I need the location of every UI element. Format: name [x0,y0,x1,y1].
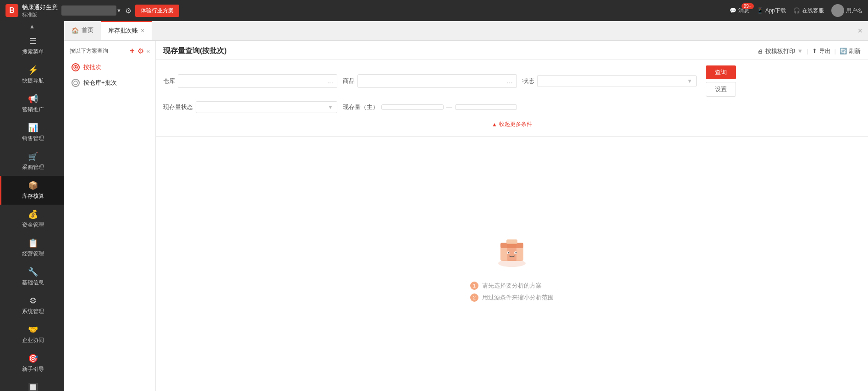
print-dropdown-icon[interactable]: ▼ [797,48,803,54]
warehouse-dots-icon[interactable]: ... [327,77,333,85]
filter-goods: 商品 ... [343,74,517,88]
apps-icon: 🔲 [28,382,38,391]
separator2: | [835,48,836,54]
status-select[interactable]: ▼ [537,75,697,87]
topbar-dropdown-icon[interactable]: ▼ [116,8,121,13]
sidebar-item-enterprise[interactable]: 🤝 企业协同 [0,320,64,349]
sidebar-label-finance: 资金管理 [22,221,44,229]
sidebar-item-quick-nav[interactable]: ⚡ 快捷导航 [0,60,64,89]
system-icon: ⚙ [29,296,37,306]
export-label: 导出 [819,47,831,55]
svg-rect-7 [506,239,517,244]
add-scheme-icon[interactable]: + [130,46,135,56]
stock-qty-min[interactable] [381,104,444,110]
svg-point-2 [74,81,77,85]
settings-btn[interactable]: 设置 [706,82,736,97]
svg-point-11 [516,252,517,253]
sidebar-item-purchase[interactable]: 🛒 采购管理 [0,147,64,176]
app-download-btn[interactable]: 📱 App下载 [757,7,786,15]
experience-btn[interactable]: 体验行业方案 [135,5,179,17]
sidebar-label-newbie: 新手引导 [22,365,44,373]
svg-point-1 [75,66,77,68]
stock-status-select[interactable]: ▼ [196,101,337,113]
right-panel: 现存量查询(按批次) 🖨 按模板打印 ▼ | ⬆ 导出 | [156,41,868,391]
topbar-brand-wrap: 畅康通好生意 标准版 [22,3,58,18]
sidebar-item-apps[interactable]: 🔲 应用中心 [0,378,64,391]
enterprise-icon: 🤝 [28,325,38,335]
goods-input[interactable]: ... [357,74,517,88]
headset-icon: 🎧 [793,7,800,14]
separator1: | [807,48,808,54]
operations-icon: 📋 [28,238,38,248]
tab-close-icon[interactable]: × [141,27,144,34]
page-title: 现存量查询(按批次) [163,46,227,56]
left-panel-header-icons: + ⚙ « [130,46,150,56]
filter-collapse-btn[interactable]: ▲ 收起更多条件 [163,118,861,131]
sidebar-label-operations: 经营管理 [22,250,44,258]
stock-status-label: 现存量状态 [163,103,193,111]
warehouse-input[interactable]: ... [178,74,337,88]
online-service-btn[interactable]: 🎧 在线客服 [793,7,824,15]
scheme-by-batch-label: 按批次 [83,63,101,71]
user-avatar[interactable]: 用户名 [831,4,863,17]
app-download-label: App下载 [765,7,786,15]
topbar-right: 💬 消息 99+ 📱 App下载 🎧 在线客服 用户名 [730,4,863,17]
messages-btn[interactable]: 💬 消息 99+ [730,7,749,15]
topbar-version: 标准版 [22,11,58,18]
home-icon: 🏠 [71,27,79,34]
query-btn[interactable]: 查询 [706,65,736,79]
sidebar-label-system: 系统管理 [22,308,44,315]
topbar-search-input[interactable] [61,5,116,16]
scheme-by-warehouse-batch-label: 按仓库+批次 [83,79,117,87]
empty-state: 1 请先选择要分析的方案 2 用过滤条件来缩小分析范围 [156,137,868,391]
sidebar-item-basics[interactable]: 🔧 基础信息 [0,262,64,291]
sidebar-item-operations[interactable]: 📋 经营管理 [0,234,64,262]
print-template-btn[interactable]: 🖨 按模板打印 ▼ [758,47,803,55]
sidebar-label-search-menu: 搜索菜单 [22,48,44,56]
topbar-left: B 畅康通好生意 标准版 ▼ ⚙ 体验行业方案 [5,3,179,18]
sidebar-item-newbie[interactable]: 🎯 新手引导 [0,349,64,378]
settings-scheme-icon[interactable]: ⚙ [137,47,144,55]
username: 用户名 [846,7,863,15]
sidebar-item-finance[interactable]: 💰 资金管理 [0,205,64,234]
warehouse-label: 仓库 [163,77,175,85]
scheme-by-warehouse-batch[interactable]: 按仓库+批次 [64,75,155,91]
sidebar-scroll-up[interactable]: ▲ [0,21,64,32]
filter-stock-status: 现存量状态 ▼ [163,101,337,113]
search-menu-icon: ☰ [29,36,37,46]
empty-tip-1: 1 请先选择要分析的方案 [470,282,554,290]
sidebar-item-marketing[interactable]: 📢 营销推广 [0,89,64,118]
status-label: 状态 [522,77,534,85]
sidebar-item-sales[interactable]: 📊 销售管理 [0,118,64,147]
sidebar-item-search-menu[interactable]: ☰ 搜索菜单 [0,32,64,60]
sidebar: ▲ ☰ 搜索菜单 ⚡ 快捷导航 📢 营销推广 📊 销售管理 🛒 采购管理 📦 库… [0,21,64,391]
sidebar-label-marketing: 营销推广 [22,106,44,114]
scheme-by-batch[interactable]: 按批次 [64,60,155,75]
stock-qty-max[interactable] [455,104,517,110]
tip-1-text: 请先选择要分析的方案 [482,282,542,290]
stock-status-arrow-icon: ▼ [328,104,333,110]
close-panel-icon[interactable]: × [852,26,868,36]
sidebar-item-system[interactable]: ⚙ 系统管理 [0,291,64,320]
phone-icon: 📱 [757,7,764,14]
sidebar-item-inventory[interactable]: 📦 库存核算 [0,176,64,205]
page-header-actions: 🖨 按模板打印 ▼ | ⬆ 导出 | 🔄 刷新 [758,47,861,55]
goods-dots-icon[interactable]: ... [507,77,513,85]
refresh-btn[interactable]: 🔄 刷新 [840,47,861,55]
export-btn[interactable]: ⬆ 导出 [812,47,831,55]
messages-badge: 99+ [742,3,754,9]
filter-row-2: 现存量状态 ▼ 现存量（主） — [163,101,861,113]
refresh-label: 刷新 [849,47,861,55]
sidebar-label-sales: 销售管理 [22,135,44,142]
tab-home[interactable]: 🏠 首页 [64,22,101,40]
sidebar-label-quick-nav: 快捷导航 [22,77,44,85]
topbar-gear-icon[interactable]: ⚙ [125,6,132,15]
collapse-panel-icon[interactable]: « [147,48,150,54]
message-icon: 💬 [730,7,736,14]
finance-icon: 💰 [28,209,38,219]
svg-point-10 [508,252,510,253]
tab-inventory-batch[interactable]: 库存批次账 × [101,21,152,40]
tip-2-num: 2 [470,293,478,302]
scheme-by-warehouse-batch-icon [71,79,80,87]
tab-inventory-batch-label: 库存批次账 [108,27,138,35]
